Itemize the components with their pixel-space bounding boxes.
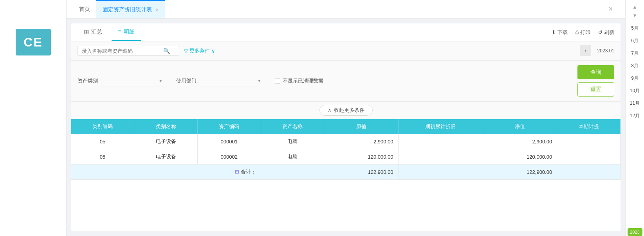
more-conditions-button[interactable]: ▽ 更多条件 ∨ xyxy=(184,47,215,54)
department-select[interactable]: ▾ xyxy=(200,75,262,86)
refresh-button[interactable]: ↺ 刷新 xyxy=(598,29,614,36)
filter-area: 资产类别 ▾ 使用部门 ▾ 不显示已清理数据 xyxy=(71,61,621,102)
summary-original-value: 122,900.00 xyxy=(324,164,398,180)
asset-type-label: 资产类别 xyxy=(78,77,98,84)
right-sidebar: ▲ ▼ 5月6月7月8月9月10月11月12月 2023 xyxy=(625,0,644,236)
refresh-icon: ↺ xyxy=(598,29,603,35)
month-item[interactable]: 11月 xyxy=(627,97,643,109)
nav-tab-close-icon[interactable]: × xyxy=(156,7,159,13)
col-category-name: 类别名称 xyxy=(134,119,198,134)
cell-cat-name: 电子设备 xyxy=(134,134,198,149)
month-item[interactable]: 5月 xyxy=(627,22,643,34)
table-body: 05 电子设备 000001 电脑 2,900.00 2,900.00 05 电… xyxy=(71,134,621,180)
nav-tab-fixed-assets[interactable]: 固定资产折旧统计表 × xyxy=(96,0,165,18)
month-list: 5月6月7月8月9月10月11月12月 xyxy=(627,22,643,122)
window-close-button[interactable]: × xyxy=(602,5,619,13)
cell-original-value: 120,000.00 xyxy=(324,149,398,164)
search-input[interactable] xyxy=(82,48,160,54)
table-container: 类别编码 类别名称 资产编码 资产名称 原值 期初累计折旧 净值 本期计提 05… xyxy=(71,119,621,231)
tab-summary[interactable]: ⊞ 汇总 xyxy=(78,23,108,41)
print-button[interactable]: ⎙ 打印 xyxy=(575,29,590,36)
month-item[interactable]: 8月 xyxy=(627,59,643,72)
department-label: 使用部门 xyxy=(176,77,197,84)
summary-empty-name xyxy=(261,164,324,180)
detail-icon: ≡ xyxy=(118,29,121,36)
month-item[interactable]: 10月 xyxy=(627,84,643,97)
sidebar-logo: CE xyxy=(0,0,67,236)
asset-type-arrow: ▾ xyxy=(159,78,162,84)
tab-detail[interactable]: ≡ 明细 xyxy=(112,23,141,41)
col-category-code: 类别编码 xyxy=(71,119,134,134)
cell-current-dep xyxy=(557,149,621,164)
summary-row: ⊞ 合计： 122,900.00 122,900.00 xyxy=(71,164,621,180)
cell-asset-name: 电脑 xyxy=(261,134,324,149)
no-cleared-checkbox-item: 不显示已清理数据 xyxy=(275,77,323,84)
summary-icon: ⊞ xyxy=(235,169,239,175)
sub-tabs-bar: ⊞ 汇总 ≡ 明细 ⬇ 下载 ⎙ 打印 ↺ 刷新 xyxy=(71,23,621,41)
collapse-icon: ∧ xyxy=(328,107,332,113)
collapse-button[interactable]: ∧ 收起更多条件 xyxy=(319,105,373,116)
col-accumulated-depreciation: 期初累计折旧 xyxy=(398,119,483,134)
summary-icon: ⊞ xyxy=(84,28,89,36)
cell-original-value: 2,900.00 xyxy=(324,134,398,149)
tab-summary-label: 汇总 xyxy=(91,29,102,36)
col-current-depreciation: 本期计提 xyxy=(557,119,621,134)
table-row: 05 电子设备 000002 电脑 120,000.00 120,000.00 xyxy=(71,149,621,164)
collapse-label: 收起更多条件 xyxy=(334,107,364,114)
summary-label: 合计： xyxy=(241,169,256,175)
filter-department: 使用部门 ▾ xyxy=(176,75,262,86)
date-display: 2023.01 xyxy=(597,48,614,54)
department-arrow: ▾ xyxy=(258,78,261,84)
filter-asset-type: 资产类别 ▾ xyxy=(78,75,164,86)
collapse-arrow-button[interactable]: › xyxy=(580,45,591,56)
filter-icon: ▽ xyxy=(184,48,188,54)
table-row: 05 电子设备 000001 电脑 2,900.00 2,900.00 xyxy=(71,134,621,149)
reset-button[interactable]: 重置 xyxy=(577,82,614,97)
cell-asset-code: 000001 xyxy=(197,134,261,149)
print-icon: ⎙ xyxy=(575,29,579,35)
summary-current-dep xyxy=(557,164,621,180)
main-area: 首页 固定资产折旧统计表 × × ⊞ 汇总 ≡ 明细 ⬇ xyxy=(67,0,625,236)
year-badge[interactable]: 2023 xyxy=(628,228,642,236)
content-card: ⊞ 汇总 ≡ 明细 ⬇ 下载 ⎙ 打印 ↺ 刷新 xyxy=(71,23,621,231)
logo-text: CE xyxy=(23,35,42,50)
query-button[interactable]: 查询 xyxy=(577,65,614,79)
no-cleared-label: 不显示已清理数据 xyxy=(283,77,323,84)
cell-net-value: 120,000.00 xyxy=(483,149,557,164)
nav-arrows: ▲ ▼ xyxy=(630,3,640,20)
tab-detail-label: 明细 xyxy=(124,29,135,36)
nav-up-button[interactable]: ▲ xyxy=(630,3,640,11)
cell-accum-dep xyxy=(398,149,483,164)
search-input-wrap: 🔍 xyxy=(78,46,179,56)
summary-accum-dep xyxy=(398,164,483,180)
asset-type-select[interactable]: ▾ xyxy=(101,75,164,86)
download-label: 下载 xyxy=(557,29,568,36)
col-original-value: 原值 xyxy=(324,119,398,134)
filter-buttons: 查询 重置 xyxy=(577,65,614,97)
cell-accum-dep xyxy=(398,134,483,149)
toolbar-actions: ⬇ 下载 ⎙ 打印 ↺ 刷新 xyxy=(552,29,614,36)
nav-home[interactable]: 首页 xyxy=(73,0,96,18)
month-item[interactable]: 7月 xyxy=(627,47,643,59)
logo-box: CE xyxy=(16,29,51,55)
no-cleared-checkbox[interactable] xyxy=(275,78,280,84)
cell-cat-code: 05 xyxy=(71,149,134,164)
download-button[interactable]: ⬇ 下载 xyxy=(552,29,568,36)
filter-row: 资产类别 ▾ 使用部门 ▾ 不显示已清理数据 xyxy=(78,65,614,97)
month-item[interactable]: 9月 xyxy=(627,72,643,84)
nav-down-button[interactable]: ▼ xyxy=(630,12,640,20)
cell-asset-code: 000002 xyxy=(197,149,261,164)
cell-asset-name: 电脑 xyxy=(261,149,324,164)
print-label: 打印 xyxy=(580,29,590,36)
month-item[interactable]: 12月 xyxy=(627,109,643,122)
download-icon: ⬇ xyxy=(552,29,556,35)
refresh-label: 刷新 xyxy=(604,29,614,36)
col-net-value: 净值 xyxy=(483,119,557,134)
collapse-bar: ∧ 收起更多条件 xyxy=(71,102,621,119)
summary-net-value: 122,900.00 xyxy=(483,164,557,180)
top-nav: 首页 固定资产折旧统计表 × × xyxy=(67,0,625,19)
search-bar: 🔍 ▽ 更多条件 ∨ › 2023.01 xyxy=(71,41,621,61)
cell-net-value: 2,900.00 xyxy=(483,134,557,149)
table-header-row: 类别编码 类别名称 资产编码 资产名称 原值 期初累计折旧 净值 本期计提 xyxy=(71,119,621,134)
month-item[interactable]: 6月 xyxy=(627,34,643,47)
